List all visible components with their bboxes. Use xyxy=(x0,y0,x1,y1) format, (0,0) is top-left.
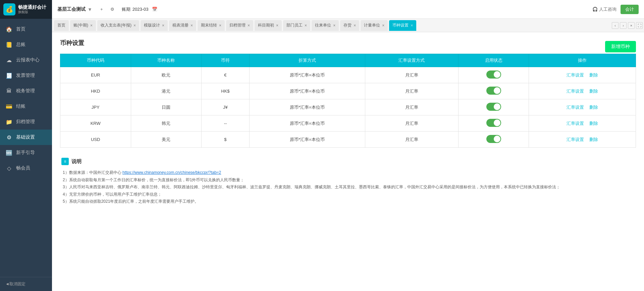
sidebar-item-reports[interactable]: ☁ 云报表中心 xyxy=(0,52,52,68)
cell-rate-type-4: 月汇率 xyxy=(365,132,458,148)
sidebar-item-settle[interactable]: 💳 结账 xyxy=(0,99,52,114)
cell-code-1: HKD xyxy=(60,83,131,99)
col-name: 币种名称 xyxy=(131,54,202,67)
notes-title-text: 说明 xyxy=(71,158,82,165)
tabs-bar: 首页 账(中期) × 收入支出表(年报) × 模版设计 × 税表清册 × 期末结… xyxy=(52,19,644,32)
rate-setting-link-4[interactable]: 汇率设置 xyxy=(567,137,584,142)
cell-rate-type-3: 月汇率 xyxy=(365,115,458,132)
header-right: 🎧 人工咨询 会计 xyxy=(592,5,639,14)
notes-link[interactable]: https://www.chinamoney.com.cn/chinese/bk… xyxy=(122,170,221,175)
notes-icon: ≡ xyxy=(61,158,69,165)
tab-archive[interactable]: 归档管理 × xyxy=(226,20,253,31)
rate-setting-link-2[interactable]: 汇率设置 xyxy=(567,105,584,110)
main-content: 币种设置 新增币种 币种代码 币种名称 币符 折算方式 汇率设置方式 启用状态 … xyxy=(52,0,644,291)
delete-link-2[interactable]: 删除 xyxy=(589,105,598,110)
sidebar-item-tax[interactable]: 🏛 税务管理 xyxy=(0,83,52,99)
tabs-next-button[interactable]: › xyxy=(620,22,627,29)
tab-inventory[interactable]: 存货 × xyxy=(340,20,359,31)
tab-close-archive[interactable]: × xyxy=(248,23,250,28)
tab-close-income[interactable]: × xyxy=(133,23,136,28)
tab-label-measure: 计量单位 xyxy=(364,22,380,28)
tab-measure[interactable]: 计量单位 × xyxy=(361,20,388,31)
sidebar-item-ledger[interactable]: 📒 总账 xyxy=(0,37,52,52)
tabs-prev-button[interactable]: ‹ xyxy=(612,22,619,29)
toggle-2[interactable] xyxy=(486,103,501,111)
tab-close-tax[interactable]: × xyxy=(191,23,193,28)
rate-setting-link-1[interactable]: 汇率设置 xyxy=(567,89,584,94)
tab-close-currency[interactable]: × xyxy=(411,23,413,28)
sidebar-item-invoice[interactable]: 🧾 发票管理 xyxy=(0,68,52,83)
tab-label-template: 模版设计 xyxy=(144,22,160,28)
help-button[interactable]: 🎧 人工咨询 xyxy=(592,6,616,12)
settings-btn[interactable]: ⚙ xyxy=(108,5,116,13)
tab-period[interactable]: 账(中期) × xyxy=(70,20,96,31)
tab-income[interactable]: 收入支出表(年报) × xyxy=(97,20,139,31)
rate-setting-link-3[interactable]: 汇率设置 xyxy=(567,121,584,126)
table-header: 币种代码 币种名称 币符 折算方式 汇率设置方式 启用状态 操作 xyxy=(60,54,636,67)
toggle-0[interactable] xyxy=(486,70,501,79)
delete-link-1[interactable]: 删除 xyxy=(589,89,598,94)
notes-item: 5）系统只能自动抓取2021年度后的汇率，之前年度汇率需要用户手工维护。 xyxy=(61,198,635,205)
page-header-row: 币种设置 新增币种 xyxy=(60,39,636,54)
toggle-3[interactable] xyxy=(486,119,501,127)
sidebar-item-settings[interactable]: ⚙ 基础设置 xyxy=(0,130,52,145)
cell-calc-1: 原币*汇率=本位币 xyxy=(249,83,365,99)
tabs-expand-button[interactable]: ⛶ xyxy=(636,22,643,29)
tab-close-unit[interactable]: × xyxy=(333,23,335,28)
tab-close-measure[interactable]: × xyxy=(382,23,384,28)
cell-enabled-4 xyxy=(458,132,529,148)
tab-close-inventory[interactable]: × xyxy=(354,23,356,28)
tab-close-period-end[interactable]: × xyxy=(219,23,221,28)
tab-currency[interactable]: 币种设置 × xyxy=(389,20,416,31)
cell-calc-0: 原币*汇率=本位币 xyxy=(249,67,365,83)
cell-enabled-3 xyxy=(458,115,529,132)
tab-period-end[interactable]: 期末结转 × xyxy=(198,20,225,31)
tab-label-income: 收入支出表(年报) xyxy=(101,22,131,28)
col-symbol: 币符 xyxy=(202,54,250,67)
cell-rate-type-1: 月汇率 xyxy=(365,83,458,99)
tab-close-template[interactable]: × xyxy=(162,23,164,28)
sidebar-pin-toggle[interactable]: ◄取消固定 xyxy=(0,277,52,291)
ledger-icon: 📒 xyxy=(5,41,13,48)
tab-label-tax: 税表清册 xyxy=(172,22,189,28)
tab-home[interactable]: 首页 xyxy=(54,20,69,31)
toggle-1[interactable] xyxy=(486,87,501,95)
col-calc: 折算方式 xyxy=(249,54,365,67)
account-button[interactable]: 会计 xyxy=(621,5,639,14)
tab-unit[interactable]: 往来单位 × xyxy=(312,20,339,31)
app-logo: 💰 畅捷通好会计 旗舰版 xyxy=(0,0,52,19)
tab-close-subject[interactable]: × xyxy=(276,23,278,28)
cell-code-4: USD xyxy=(60,132,131,148)
add-tab-button[interactable]: + xyxy=(98,5,106,13)
tab-tax[interactable]: 税表清册 × xyxy=(169,20,196,31)
toggle-4[interactable] xyxy=(486,135,501,143)
tab-subject[interactable]: 科目期初 × xyxy=(255,20,282,31)
sidebar-item-archive[interactable]: 📁 归档管理 xyxy=(0,114,52,130)
tab-dept[interactable]: 部门员工 × xyxy=(283,20,310,31)
tab-close-dept[interactable]: × xyxy=(305,23,307,28)
page-title: 币种设置 xyxy=(60,39,636,47)
tab-close-period[interactable]: × xyxy=(90,23,93,28)
tab-template[interactable]: 模版设计 × xyxy=(141,20,168,31)
period-info: 账期 2023-03 📅 xyxy=(122,5,159,13)
header-actions: + ⚙ xyxy=(98,5,116,13)
invoice-icon: 🧾 xyxy=(5,72,13,79)
sidebar-item-member[interactable]: ◇ 畅会员 xyxy=(0,160,52,176)
tabs-close-button[interactable]: × xyxy=(628,22,635,29)
period-value: 2023-03 xyxy=(132,7,149,12)
delete-link-0[interactable]: 删除 xyxy=(589,72,598,78)
sidebar-label-settle: 结账 xyxy=(16,103,25,109)
project-dropdown-icon[interactable]: ▼ xyxy=(88,7,92,12)
rate-setting-link-0[interactable]: 汇率设置 xyxy=(567,72,584,78)
cell-code-0: EUR xyxy=(60,67,131,83)
tab-label-period: 账(中期) xyxy=(73,22,88,28)
sidebar-item-home[interactable]: 🏠 首页 xyxy=(0,21,52,37)
notes-list: 1）数据来源：中国外汇交易中心 https://www.chinamoney.c… xyxy=(61,169,635,205)
table-body: EUR 欧元 € 原币*汇率=本位币 月汇率 汇率设置 删除 HKD 港元 HK… xyxy=(60,67,636,148)
new-currency-button[interactable]: 新增币种 xyxy=(605,41,636,52)
cell-action-0: 汇率设置 删除 xyxy=(529,67,636,83)
calendar-icon[interactable]: 📅 xyxy=(151,5,159,13)
delete-link-3[interactable]: 删除 xyxy=(589,121,598,126)
sidebar-item-guide[interactable]: 🆕 新手引导 xyxy=(0,145,52,160)
delete-link-4[interactable]: 删除 xyxy=(589,137,598,142)
